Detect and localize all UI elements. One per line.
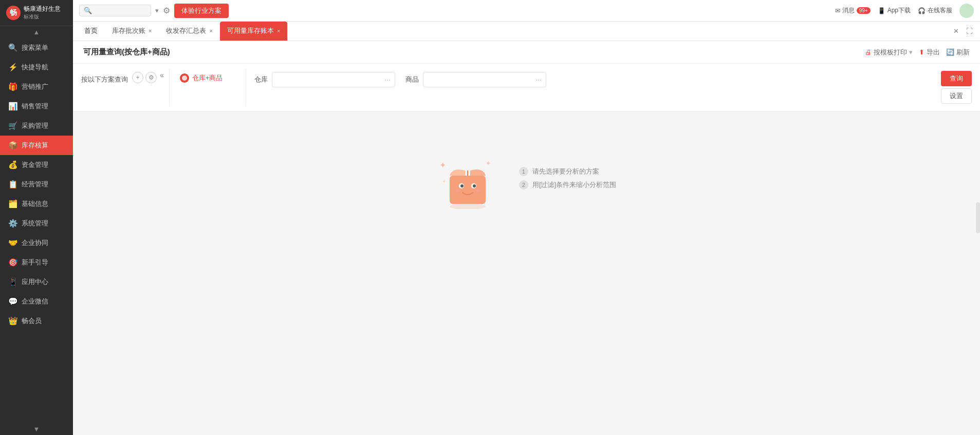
warehouse-input[interactable]: ··· [272, 72, 395, 87]
query-area: 按以下方案查询 + ⚙ « 仓库+商品 仓库 [73, 64, 980, 111]
sidebar-item-label: 营销推广 [22, 82, 48, 91]
gear-icon[interactable]: ⚙ [163, 6, 170, 15]
goods-field-group: 商品 ··· [405, 72, 546, 87]
sidebar-item-search[interactable]: 🔍 搜索菜单 [0, 38, 73, 58]
app-name: 畅康通好生意 [24, 5, 61, 13]
scroll-down-btn[interactable]: ▼ [0, 423, 73, 435]
settings-scheme-btn[interactable]: ⚙ [145, 72, 157, 83]
svg-point-0 [182, 75, 187, 81]
export-label: 导出 [927, 48, 940, 57]
print-dropdown-icon[interactable]: ▾ [909, 48, 913, 56]
sidebar-item-label: 库存核算 [22, 141, 48, 150]
tab-close-all-btn[interactable]: ✕ [949, 22, 963, 41]
sidebar-item-system[interactable]: ⚙️ 系统管理 [0, 214, 73, 233]
page-header: 可用量查询(按仓库+商品) 🖨 按模板打印 ▾ ⬆ 导出 🔄 刷新 [73, 41, 980, 64]
export-action[interactable]: ⬆ 导出 [919, 48, 940, 57]
empty-illustration: ✦ ✦ ✦ [437, 153, 498, 204]
topbar-actions: ✉ 消息 99+ 📱 App下载 🎧 在线客服 [835, 4, 974, 18]
search-input[interactable] [94, 7, 145, 14]
query-button[interactable]: 查询 [941, 71, 972, 86]
sidebar-item-membership[interactable]: 👑 畅会员 [0, 311, 73, 331]
sidebar-item-finance[interactable]: 💰 资金管理 [0, 155, 73, 175]
export-icon: ⬆ [919, 48, 924, 56]
message-action[interactable]: ✉ 消息 99+ [835, 6, 871, 15]
scrollbar-hint [976, 202, 980, 233]
print-label: 按模板打印 [874, 48, 907, 57]
refresh-action[interactable]: 🔄 刷新 [946, 48, 970, 57]
tab-home[interactable]: 首页 [77, 22, 105, 41]
query-label: 按以下方案查询 [81, 71, 128, 84]
tab-expand-btn[interactable]: ⛶ [963, 22, 976, 41]
new-guide-icon: 🎯 [8, 258, 17, 267]
svg-text:✦: ✦ [439, 161, 446, 169]
tab-available-stock-label: 可用量库存账本 [227, 26, 274, 35]
sidebar-item-purchase[interactable]: 🛒 采购管理 [0, 116, 73, 136]
app-download-action[interactable]: 📱 App下载 [878, 6, 911, 15]
sidebar-item-basic-info[interactable]: 🗂️ 基础信息 [0, 194, 73, 214]
tip-text-2: 用[过滤]条件来缩小分析范围 [532, 180, 616, 190]
settings-button[interactable]: 设置 [941, 88, 972, 104]
sidebar-item-app-center[interactable]: 📱 应用中心 [0, 272, 73, 292]
collapse-btn[interactable]: « [157, 71, 167, 79]
service-icon: 🎧 [918, 7, 926, 14]
query-divider [169, 69, 170, 106]
tip-num-2: 2 [519, 180, 528, 190]
tab-collection-summary-close[interactable]: × [209, 28, 212, 34]
add-scheme-btn[interactable]: + [132, 72, 143, 83]
empty-state-content: ✦ ✦ ✦ 1 请先选择要分析的方案 2 用[过滤]条件来缩小分析范围 [437, 153, 616, 204]
sidebar-item-new-guide[interactable]: 🎯 新手引导 [0, 253, 73, 272]
app-logo: 畅 畅康通好生意 标准版 [0, 0, 73, 26]
sidebar-item-marketing[interactable]: 🎁 营销推广 [0, 77, 73, 97]
warehouse-more-icon[interactable]: ··· [384, 75, 391, 84]
sidebar-item-label: 搜索菜单 [22, 43, 48, 52]
query-divider2 [246, 69, 246, 106]
sidebar-item-wechat[interactable]: 💬 企业微信 [0, 292, 73, 311]
svg-point-9 [475, 189, 480, 192]
tab-batch-account[interactable]: 库存批次账 × [105, 22, 159, 41]
sidebar: 畅 畅康通好生意 标准版 ▲ 🔍 搜索菜单 ⚡ 快捷导航 🎁 营销推广 📊 销售… [0, 0, 73, 435]
sidebar-item-label: 企业协同 [22, 238, 48, 248]
tab-available-stock-close[interactable]: × [277, 28, 280, 34]
online-service-action[interactable]: 🎧 在线客服 [918, 6, 952, 15]
svg-point-6 [460, 184, 464, 187]
logo-info: 畅康通好生意 标准版 [24, 5, 61, 21]
tip-num-1: 1 [519, 167, 528, 176]
sidebar-item-sales[interactable]: 📊 销售管理 [0, 97, 73, 116]
sidebar-item-label: 采购管理 [22, 121, 48, 130]
trial-button[interactable]: 体验行业方案 [174, 4, 229, 18]
tab-collection-summary-label: 收发存汇总表 [166, 26, 206, 35]
scheme-item-warehouse-goods[interactable]: 仓库+商品 [176, 71, 239, 85]
app-version: 标准版 [24, 13, 61, 21]
tab-available-stock[interactable]: 可用量库存账本 × [220, 22, 287, 41]
goods-label: 商品 [405, 75, 419, 84]
app-center-icon: 📱 [8, 277, 17, 287]
membership-icon: 👑 [8, 316, 17, 326]
logo-icon: 畅 [6, 6, 21, 20]
system-icon: ⚙️ [8, 219, 17, 228]
dropdown-arrow-icon[interactable]: ▾ [155, 7, 159, 14]
page-header-actions: 🖨 按模板打印 ▾ ⬆ 导出 🔄 刷新 [865, 48, 970, 57]
empty-tips: 1 请先选择要分析的方案 2 用[过滤]条件来缩小分析范围 [519, 167, 616, 190]
query-icon-group: + ⚙ [132, 71, 157, 83]
scroll-up-btn[interactable]: ▲ [0, 26, 73, 38]
tabbar: 首页 库存批次账 × 收发存汇总表 × 可用量库存账本 × ✕ ⛶ [73, 22, 980, 41]
goods-input[interactable]: ··· [423, 72, 546, 87]
tab-batch-account-close[interactable]: × [149, 28, 152, 34]
message-label: 消息 [842, 6, 855, 15]
sidebar-item-label: 新手引导 [22, 258, 48, 267]
print-action[interactable]: 🖨 按模板打印 ▾ [865, 48, 913, 57]
sidebar-item-quick-nav[interactable]: ⚡ 快捷导航 [0, 58, 73, 77]
sidebar-item-inventory[interactable]: 📦 库存核算 [0, 136, 73, 155]
query-label-row: 按以下方案查询 + ⚙ « [81, 69, 167, 84]
tab-collection-summary[interactable]: 收发存汇总表 × [159, 22, 219, 41]
topbar-search-box[interactable]: 🔍 [79, 5, 151, 16]
finance-icon: 💰 [8, 160, 17, 169]
user-avatar[interactable] [959, 4, 974, 18]
warehouse-label: 仓库 [254, 75, 268, 84]
refresh-icon: 🔄 [946, 48, 954, 56]
sidebar-item-operations[interactable]: 📋 经营管理 [0, 175, 73, 194]
goods-more-icon[interactable]: ··· [535, 75, 542, 84]
sidebar-item-cooperation[interactable]: 🤝 企业协同 [0, 233, 73, 253]
app-download-label: App下载 [887, 6, 911, 15]
scheme-label: 仓库+商品 [192, 73, 223, 83]
